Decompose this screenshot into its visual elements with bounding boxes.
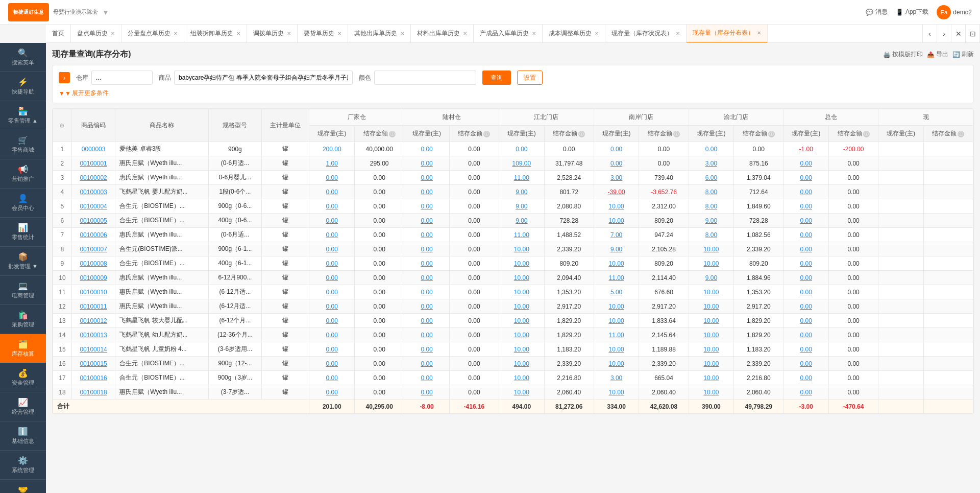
luji-stock[interactable]: 0.00	[404, 342, 450, 357]
luji-stock[interactable]: 0.00	[404, 271, 450, 285]
yubei-stock[interactable]: 10.00	[689, 328, 734, 342]
yubei-stock[interactable]: 8.00	[689, 228, 734, 242]
close-icon[interactable]: ✕	[676, 31, 680, 36]
jiangbei-stock[interactable]: 10.00	[499, 385, 545, 400]
yubei-stock[interactable]: 9.00	[689, 214, 734, 228]
jiangbei-stock[interactable]: 9.00	[499, 214, 545, 228]
sidebar-item-search[interactable]: 🔍 搜索英单	[0, 43, 46, 72]
total-stock[interactable]: 0.00	[783, 328, 829, 342]
product-code[interactable]: 00100001	[71, 156, 115, 171]
product-code[interactable]: 00100006	[71, 228, 115, 242]
tab-current-stock-status[interactable]: 现存量（库存状况表） ✕	[605, 25, 687, 43]
tab-prev-btn[interactable]: ‹	[923, 25, 937, 43]
close-icon[interactable]: ✕	[532, 31, 536, 36]
nangan-stock[interactable]: 10.00	[594, 342, 639, 357]
yubei-stock[interactable]: 10.00	[689, 342, 734, 357]
factory-stock[interactable]: 0.00	[309, 214, 355, 228]
refresh-btn[interactable]: 🔄 刷新	[952, 50, 974, 59]
total-stock[interactable]: 0.00	[783, 285, 829, 299]
tab-purchase-order[interactable]: 要货单历史 ✕	[298, 25, 348, 43]
product-code[interactable]: 0000003	[71, 142, 115, 156]
factory-stock[interactable]: 0.00	[309, 256, 355, 271]
jiangbei-stock[interactable]: 11.00	[499, 171, 545, 185]
sidebar-item-marketing[interactable]: 📢 营销推广	[0, 159, 46, 189]
print-btn[interactable]: 🖨️ 按模版打印	[883, 50, 923, 59]
product-code[interactable]: 00100009	[71, 271, 115, 285]
warehouse-input[interactable]	[91, 71, 153, 85]
nangan-stock[interactable]: 10.00	[594, 385, 639, 400]
luji-stock[interactable]: 0.00	[404, 156, 450, 171]
app-download-btn[interactable]: 📱 App下载	[896, 8, 928, 16]
factory-stock[interactable]: 0.00	[309, 299, 355, 314]
luji-stock[interactable]: 0.00	[404, 214, 450, 228]
total-stock[interactable]: 0.00	[783, 299, 829, 314]
tab-quantity-check[interactable]: 分量盘点单历史 ✕	[121, 25, 184, 43]
total-stock[interactable]: 0.00	[783, 342, 829, 357]
jiangbei-stock[interactable]: 10.00	[499, 256, 545, 271]
sidebar-item-ecommerce[interactable]: 💻 电商管理	[0, 276, 46, 305]
collapse-btn[interactable]: ›	[59, 72, 70, 83]
yubei-stock[interactable]: 10.00	[689, 357, 734, 371]
sidebar-item-purchase[interactable]: 🛍️ 采购管理	[0, 305, 46, 334]
nangan-stock[interactable]: 10.00	[594, 199, 639, 214]
jiangbei-stock[interactable]: 0.00	[499, 142, 545, 156]
sidebar-item-basic-info[interactable]: ℹ️ 基础信息	[0, 421, 46, 451]
info-icon[interactable]: ⓘ	[958, 131, 964, 137]
product-code[interactable]: 00100007	[71, 242, 115, 256]
jiangbei-stock[interactable]: 11.00	[499, 228, 545, 242]
product-code[interactable]: 00100016	[71, 371, 115, 385]
tab-inventory-check[interactable]: 盘点单历史 ✕	[71, 25, 121, 43]
sidebar-item-operations[interactable]: 📈 经营管理	[0, 392, 46, 421]
jiangbei-stock[interactable]: 10.00	[499, 371, 545, 385]
product-code[interactable]: 00100003	[71, 185, 115, 199]
product-code[interactable]: 00100011	[71, 299, 115, 314]
total-stock[interactable]: 0.00	[783, 256, 829, 271]
tab-cost-adjust[interactable]: 成本调整单历史 ✕	[543, 25, 605, 43]
yubei-stock[interactable]: 8.00	[689, 185, 734, 199]
product-code[interactable]: 00100015	[71, 357, 115, 371]
jiangbei-stock[interactable]: 109.00	[499, 156, 545, 171]
jiangbei-stock[interactable]: 10.00	[499, 328, 545, 342]
total-stock[interactable]: -1.00	[783, 142, 829, 156]
user-menu[interactable]: Ea demo2	[937, 5, 972, 19]
close-icon[interactable]: ✕	[236, 31, 240, 36]
nangan-stock[interactable]: 11.00	[594, 271, 639, 285]
factory-stock[interactable]: 0.00	[309, 285, 355, 299]
tab-material-outbound[interactable]: 材料出库单历史 ✕	[411, 25, 474, 43]
nangan-stock[interactable]: -39.00	[594, 185, 639, 199]
tab-close-btn[interactable]: ✕	[951, 25, 966, 43]
info-icon[interactable]: ⓘ	[483, 131, 490, 137]
tab-next-btn[interactable]: ›	[937, 25, 951, 43]
jiangbei-stock[interactable]: 10.00	[499, 242, 545, 256]
sidebar-item-retail-stats[interactable]: 📊 零售统计	[0, 218, 46, 247]
sidebar-item-member[interactable]: 👤 会员中心	[0, 189, 46, 218]
factory-stock[interactable]: 0.00	[309, 328, 355, 342]
close-icon[interactable]: ✕	[463, 31, 467, 36]
nangan-stock[interactable]: 10.00	[594, 214, 639, 228]
jiangbei-stock[interactable]: 10.00	[499, 342, 545, 357]
luji-stock[interactable]: 0.00	[404, 256, 450, 271]
yubei-stock[interactable]: 0.00	[689, 142, 734, 156]
nangan-stock[interactable]: 0.00	[594, 142, 639, 156]
export-btn[interactable]: 📤 导出	[927, 50, 948, 59]
info-icon[interactable]: ⓘ	[673, 131, 680, 137]
nangan-stock[interactable]: 11.00	[594, 328, 639, 342]
total-stock[interactable]: 0.00	[783, 199, 829, 214]
yubei-stock[interactable]: 10.00	[689, 256, 734, 271]
sidebar-item-system[interactable]: ⚙️ 系统管理	[0, 451, 46, 480]
factory-stock[interactable]: 0.00	[309, 314, 355, 328]
luji-stock[interactable]: 0.00	[404, 185, 450, 199]
sidebar-item-collab[interactable]: 🤝 企业协同	[0, 480, 46, 493]
sidebar-item-wholesale[interactable]: 📦 批发管理 ▼	[0, 247, 46, 276]
product-code[interactable]: 00100010	[71, 285, 115, 299]
factory-stock[interactable]: 0.00	[309, 342, 355, 357]
factory-stock[interactable]: 0.00	[309, 228, 355, 242]
close-icon[interactable]: ✕	[174, 31, 178, 36]
close-icon[interactable]: ✕	[287, 31, 291, 36]
total-stock[interactable]: 0.00	[783, 185, 829, 199]
query-button[interactable]: 查询	[482, 71, 511, 85]
jiangbei-stock[interactable]: 10.00	[499, 299, 545, 314]
tab-assembly[interactable]: 组装拆卸单历史 ✕	[184, 25, 247, 43]
jiangbei-stock[interactable]: 10.00	[499, 314, 545, 328]
luji-stock[interactable]: 0.00	[404, 242, 450, 256]
